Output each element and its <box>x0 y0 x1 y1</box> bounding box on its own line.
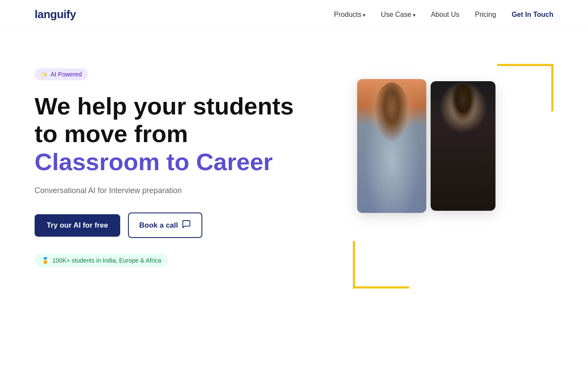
try-ai-button[interactable]: Try our AI for free <box>35 214 120 237</box>
book-call-button[interactable]: Book a call <box>128 212 202 238</box>
students-badge: 🏅 100K+ students in India, Europe & Afri… <box>35 254 168 267</box>
students-badge-text: 100K+ students in India, Europe & Africa <box>52 257 161 264</box>
nav-item-products[interactable]: Products <box>334 11 365 19</box>
book-call-label: Book a call <box>139 221 178 230</box>
ai-badge-icon: ✨ <box>41 71 48 78</box>
bracket-bottom-left-decoration <box>353 241 409 289</box>
hero-subtext: Conversational AI for Interview preparat… <box>35 186 320 195</box>
medal-icon: 🏅 <box>42 257 49 264</box>
nav-item-get-in-touch[interactable]: Get In Touch <box>511 11 553 19</box>
hero-images <box>336 64 553 297</box>
get-in-touch-link[interactable]: Get In Touch <box>511 11 553 18</box>
hero-content: ✨ AI Powered We help your students to mo… <box>35 60 320 267</box>
use-case-link[interactable]: Use Case <box>381 11 415 18</box>
hero-headline-highlight: Classroom to Career <box>35 148 273 175</box>
nav-item-about-us[interactable]: About Us <box>431 11 460 19</box>
hero-headline-start: We help your students to move from <box>35 92 294 147</box>
ai-badge-text: AI Powered <box>51 71 82 78</box>
navbar: languify Products Use Case About Us Pric… <box>0 0 588 29</box>
man-photo <box>431 81 495 211</box>
ai-powered-badge: ✨ AI Powered <box>35 68 88 80</box>
hero-headline: We help your students to move from Class… <box>35 92 303 176</box>
about-us-link[interactable]: About Us <box>431 11 460 18</box>
products-link[interactable]: Products <box>334 11 365 18</box>
pricing-link[interactable]: Pricing <box>475 11 496 18</box>
woman-photo <box>357 79 426 213</box>
photo-card-man <box>431 81 495 211</box>
chat-icon <box>182 219 191 231</box>
photo-card-woman <box>357 79 426 213</box>
nav-item-pricing[interactable]: Pricing <box>475 11 496 19</box>
bracket-top-right-decoration <box>497 64 553 111</box>
nav-links: Products Use Case About Us Pricing Get I… <box>334 11 553 19</box>
cta-row: Try our AI for free Book a call <box>35 212 320 238</box>
hero-section: ✨ AI Powered We help your students to mo… <box>0 29 588 358</box>
logo[interactable]: languify <box>35 8 76 21</box>
nav-item-use-case[interactable]: Use Case <box>381 11 415 19</box>
